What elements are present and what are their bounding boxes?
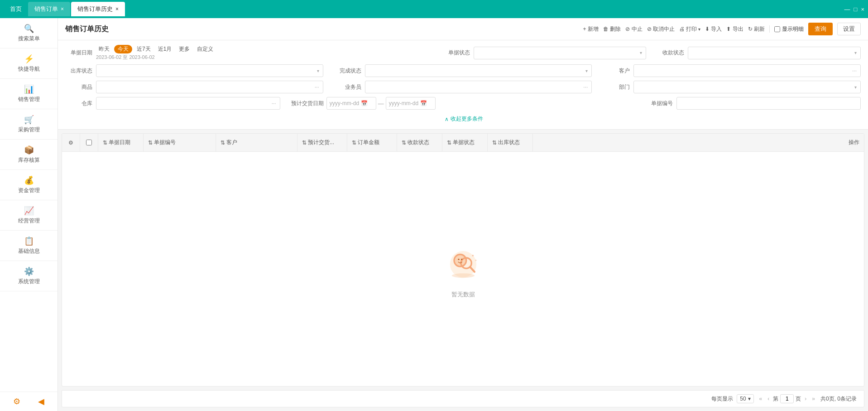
prev-page-btn[interactable]: ‹ [766,395,771,403]
th-customer[interactable]: ⇅ 客户 [216,134,297,151]
minimize-btn[interactable]: — [844,6,850,13]
toolbar-divider [769,25,770,33]
sidebar-item-operations[interactable]: 📈 经营管理 [0,200,58,231]
query-button[interactable]: 查询 [808,23,833,35]
sidebar-item-quick-nav[interactable]: ⚡ 快捷导航 [0,48,58,79]
import-button[interactable]: ⬇ 导入 [705,25,722,33]
goods-select[interactable]: ··· [96,81,323,93]
sidebar-item-purchase-mgmt[interactable]: 🛒 采购管理 [0,109,58,140]
sidebar: 🔍 搜索菜单 ⚡ 快捷导航 📊 销售管理 🛒 采购管理 📦 库存核算 💰 资金管… [0,18,58,411]
sidebar-item-sys-mgmt[interactable]: ⚙️ 系统管理 [0,261,58,291]
date-btn-custom[interactable]: 自定义 [194,45,216,53]
tab-sales-order[interactable]: 销售订单 × [28,2,70,16]
page-size-label: 每页显示 [711,395,733,403]
date-btn-more[interactable]: 更多 [176,45,192,53]
cancel-stop-button[interactable]: ⊘ 取消中止 [647,25,675,33]
page-size-select[interactable]: 50 ▾ [737,394,753,403]
sidebar-settings-icon[interactable]: ⚙ [13,396,20,406]
doc-status-select[interactable]: ▾ [474,47,647,59]
th-doc-status[interactable]: ⇅ 单据状态 [442,134,488,151]
maximize-btn[interactable]: □ [854,6,858,13]
refresh-button[interactable]: ↻ 刷新 [748,25,765,33]
customer-select[interactable]: ··· [633,64,861,77]
tab-sales-order-close[interactable]: × [61,6,64,12]
sidebar-item-sales-mgmt[interactable]: 📊 销售管理 [0,79,58,109]
empty-illustration: ✦ ✦ [441,240,486,285]
settings-button[interactable]: 设置 [837,23,861,35]
salesperson-select[interactable]: ··· [365,81,592,93]
th-delivery-date[interactable]: ⇅ 预计交货... [297,134,347,151]
complete-status-select[interactable]: ▾ [365,64,592,77]
th-warehouse-status[interactable]: ⇅ 出库状态 [488,134,533,151]
warehouse-out-select[interactable]: ▾ [96,64,323,77]
layout: 🔍 搜索菜单 ⚡ 快捷导航 📊 销售管理 🛒 采购管理 📦 库存核算 💰 资金管… [0,18,868,411]
delivery-date-end-placeholder: yyyy-mm-dd [389,100,418,106]
new-button[interactable]: + 新增 [583,25,599,33]
th-doc-date[interactable]: ⇅ 单据日期 [98,134,144,151]
pagination: 每页显示 50 ▾ « ‹ 第 页 › » 共0页, 0条记录 [62,390,864,407]
date-btn-1month[interactable]: 近1月 [155,45,175,53]
filter-row-1: 单据日期 昨天 今天 近7天 近1月 更多 自定义 2023-06-02 至 2… [65,45,861,61]
warehouse-select[interactable]: ··· [96,97,280,110]
select-all-checkbox[interactable] [86,140,92,145]
date-btn-today[interactable]: 今天 [114,45,132,53]
dept-arrow-icon: ▾ [854,85,857,90]
date-btn-yesterday[interactable]: 昨天 [96,45,112,53]
stop-button[interactable]: ⊘ 中止 [625,25,642,33]
filter-area: 单据日期 昨天 今天 近7天 近1月 更多 自定义 2023-06-02 至 2… [58,40,868,130]
expected-delivery-label: 预计交货日期 [291,100,323,107]
page-title: 销售订单历史 [65,24,109,34]
dept-label: 部门 [603,83,630,91]
last-page-btn[interactable]: » [810,395,817,403]
sidebar-item-finance[interactable]: 💰 资金管理 [0,170,58,200]
doc-no-input[interactable] [676,97,861,110]
th-checkbox[interactable] [80,134,98,151]
empty-text: 暂无数据 [451,290,475,299]
sidebar-collapse-icon[interactable]: ◀ [38,396,44,406]
customer-label: 客户 [603,67,630,75]
page-size-arrow-icon: ▾ [748,396,751,402]
delivery-date-start[interactable]: yyyy-mm-dd 📅 [326,97,376,110]
first-page-btn[interactable]: « [758,395,764,403]
dept-select[interactable]: ▾ [633,81,861,93]
th-settings[interactable]: ⚙ [62,134,80,151]
collapse-button[interactable]: ∧ 收起更多条件 [65,113,861,125]
sidebar-bottom: ⚙ ◀ [0,392,58,411]
table-header: ⚙ ⇅ 单据日期 ⇅ 单据编号 ⇅ 客户 ⇅ [62,134,864,152]
next-page-btn[interactable]: › [803,395,808,403]
page-input[interactable] [780,394,794,403]
th-doc-no[interactable]: ⇅ 单据编号 [144,134,216,151]
delivery-date-end[interactable]: yyyy-mm-dd 📅 [386,97,436,110]
payment-status-select[interactable]: ▾ [688,47,861,59]
complete-status-label: 完成状态 [334,67,361,75]
sidebar-item-search-menu[interactable]: 🔍 搜索菜单 [0,18,58,48]
page-word: 第 [773,395,778,403]
doc-no-text-input[interactable] [681,100,857,106]
close-btn[interactable]: × [861,6,864,13]
svg-point-6 [458,258,459,260]
goods-label: 商品 [65,83,92,91]
filter-payment-status: 收款状态 ▾ [657,47,861,59]
delivery-date-range: yyyy-mm-dd 📅 — yyyy-mm-dd 📅 [326,97,635,110]
sales-mgmt-icon: 📊 [24,84,34,94]
settings-icon: ⚙ [68,140,73,146]
delete-button[interactable]: 🗑 删除 [603,25,621,33]
filter-doc-status: 单据状态 ▾ [443,47,647,59]
th-payment-status[interactable]: ⇅ 收款状态 [397,134,442,151]
data-table: ⚙ ⇅ 单据日期 ⇅ 单据编号 ⇅ 客户 ⇅ [62,133,864,387]
sort-icon: ⇅ [402,140,406,146]
date-btn-7days[interactable]: 近7天 [134,45,153,53]
print-button[interactable]: 🖨 打印 ▾ [679,25,700,33]
sidebar-item-base-info[interactable]: 📋 基础信息 [0,231,58,261]
export-button[interactable]: ⬆ 导出 [726,25,743,33]
sort-icon: ⇅ [103,140,107,146]
tab-home[interactable]: 首页 [4,5,28,13]
delivery-date-start-placeholder: yyyy-mm-dd [330,100,359,106]
show-detail-checkbox-label[interactable]: 显示明细 [774,25,804,33]
show-detail-checkbox[interactable] [774,26,780,32]
tab-sales-history-close[interactable]: × [115,6,119,12]
sidebar-item-inventory[interactable]: 📦 库存核算 [0,140,58,170]
th-amount[interactable]: ⇅ 订单金额 [347,134,397,151]
sort-icon: ⇅ [221,140,225,146]
tab-sales-history[interactable]: 销售订单历史 × [71,2,125,16]
